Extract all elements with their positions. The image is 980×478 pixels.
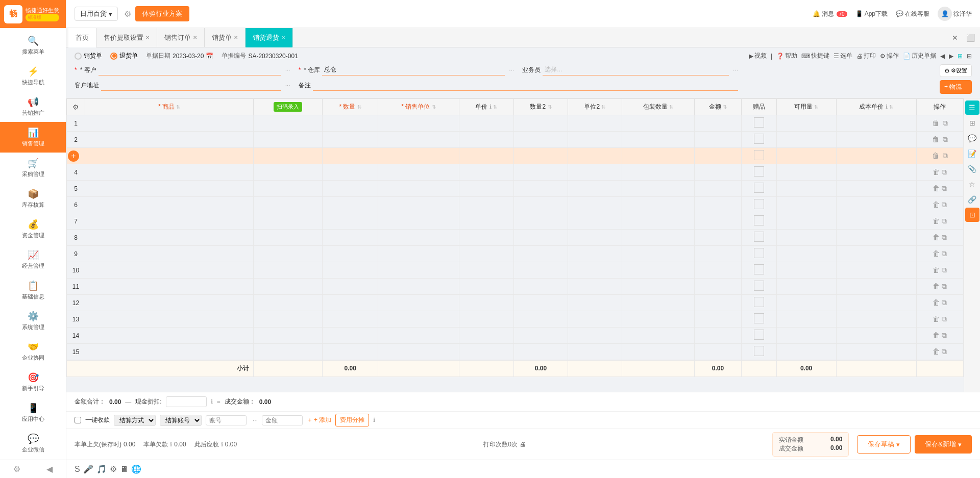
remark-input[interactable]	[313, 80, 738, 91]
row-copy-btn[interactable]: ⧉	[941, 346, 948, 357]
sidebar-item-appstore[interactable]: 📱 应用中心	[0, 397, 66, 428]
row-goods[interactable]	[85, 115, 254, 132]
goods-sort-icon[interactable]: ⇅	[176, 104, 180, 110]
row-delete-btn[interactable]: 🗑	[932, 183, 941, 193]
table-gear-icon[interactable]: ⚙	[72, 103, 79, 111]
row-delete-btn[interactable]: 🗑	[931, 150, 940, 161]
row-delete-btn[interactable]: 🗑	[931, 118, 940, 128]
row-copy-btn[interactable]: ⧉	[941, 199, 948, 210]
ime-icon-setting[interactable]: ⚙	[110, 464, 117, 474]
summary-select[interactable]: 结算账号	[160, 415, 202, 426]
row-delete-btn[interactable]: 🗑	[932, 167, 941, 177]
video-btn[interactable]: ▶ 视频	[749, 52, 767, 60]
right-icon-qr[interactable]: ⊡	[965, 208, 979, 222]
right-icon-grid[interactable]: ⊞	[965, 116, 979, 130]
gift-checkbox[interactable]	[754, 150, 764, 160]
row-copy-btn[interactable]: ⧉	[942, 134, 949, 145]
qty2-sort-icon[interactable]: ⇅	[548, 104, 552, 110]
industry-selector[interactable]: 日用百货 ▾	[75, 7, 118, 21]
tab-sales-order[interactable]: 销售订单 ✕	[157, 28, 205, 47]
unit2-sort-icon[interactable]: ⇅	[601, 104, 605, 110]
tab-sales-delivery[interactable]: 销货单 ✕	[205, 28, 246, 47]
gift-checkbox[interactable]	[754, 183, 764, 193]
right-icon-attach[interactable]: 📎	[965, 162, 979, 176]
sidebar-collapse-btn[interactable]: ◀	[46, 464, 53, 474]
gift-checkbox[interactable]	[754, 330, 764, 340]
right-icon-note[interactable]: 📝	[965, 146, 979, 161]
row-copy-btn[interactable]: ⧉	[941, 216, 948, 227]
right-icon-link[interactable]: 🔗	[965, 192, 979, 207]
tabbar-fullscreen-btn[interactable]: ⬜	[963, 33, 978, 43]
next-doc-btn[interactable]: ▶	[949, 53, 953, 60]
help-btn[interactable]: ❓ 帮助	[776, 52, 797, 60]
ime-icon-s[interactable]: S	[75, 465, 80, 474]
packqty-sort-icon[interactable]: ⇅	[669, 104, 673, 110]
settlement-select[interactable]: 结算方式	[114, 415, 156, 426]
price-sort-icon[interactable]: ⇅	[493, 104, 497, 110]
tab-sales-return[interactable]: 销货退货 ✕	[246, 28, 293, 47]
gift-checkbox[interactable]	[754, 232, 764, 242]
shortcut-keys-btn[interactable]: ⌨ 快捷键	[801, 52, 829, 60]
row-unit2[interactable]	[568, 115, 622, 132]
row-delete-btn[interactable]: 🗑	[931, 134, 940, 144]
select-doc-btn[interactable]: ☰ 选单	[834, 52, 852, 60]
row-copy-btn[interactable]: ⧉	[941, 297, 948, 308]
row-copy-btn[interactable]: ⧉	[941, 265, 948, 275]
save-draft-btn[interactable]: 保存草稿 ▾	[857, 435, 911, 454]
row-delete-btn[interactable]: 🗑	[932, 297, 941, 308]
gift-checkbox[interactable]	[754, 264, 764, 274]
row-copy-btn[interactable]: ⧉	[941, 167, 948, 178]
gift-checkbox[interactable]	[754, 248, 764, 258]
qty-sort-icon[interactable]: ⇅	[357, 104, 361, 110]
row-qty2[interactable]	[514, 115, 568, 132]
salesperson-dots[interactable]: ···	[733, 66, 738, 73]
doc-date-value[interactable]: 2023-03-20	[173, 53, 204, 60]
row-qty[interactable]	[323, 115, 378, 132]
gift-checkbox[interactable]	[754, 297, 764, 307]
settings-btn[interactable]: ⚙ ⚙设置	[940, 64, 972, 77]
sidebar-item-inventory[interactable]: 📦 库存核算	[0, 183, 66, 214]
row-delete-btn[interactable]: 🗑	[932, 330, 941, 340]
gift-checkbox[interactable]	[754, 117, 764, 128]
salesperson-input[interactable]: 选择...	[543, 64, 729, 76]
row-copy-btn[interactable]: ⧉	[942, 150, 949, 161]
sidebar-item-sales[interactable]: 📊 销售管理	[0, 122, 66, 153]
sidebar-item-shortcut[interactable]: ⚡ 快捷导航	[0, 61, 66, 91]
logistics-btn[interactable]: + 物流	[940, 80, 972, 94]
grid-view-btn[interactable]: ⊞	[958, 53, 963, 60]
user-profile[interactable]: 👤 徐泽华	[938, 7, 972, 21]
address-input[interactable]	[101, 80, 281, 91]
add-row-button[interactable]: +	[68, 150, 79, 162]
available-sort-icon[interactable]: ⇅	[814, 104, 818, 110]
save-new-btn[interactable]: 保存&新增 ▾	[915, 435, 972, 454]
row-copy-btn[interactable]: ⧉	[941, 330, 948, 341]
radio-return[interactable]: 退货单	[110, 52, 138, 60]
row-delete-btn[interactable]: 🗑	[932, 216, 941, 226]
history-btn[interactable]: 📄 历史单据	[903, 52, 936, 60]
ime-icon-monitor[interactable]: 🖥	[120, 465, 128, 474]
row-copy-btn[interactable]: ⧉	[941, 314, 948, 324]
gift-checkbox[interactable]	[754, 313, 764, 323]
ime-icon-mic[interactable]: 🎤	[83, 464, 93, 474]
warehouse-input[interactable]: 总仓	[322, 64, 505, 76]
sidebar-item-wechat[interactable]: 💬 企业微信	[0, 428, 66, 459]
row-copy-btn[interactable]: ⧉	[941, 183, 948, 194]
sidebar-item-marketing[interactable]: 📢 营销推广	[0, 91, 66, 122]
row-copy-btn[interactable]: ⧉	[941, 248, 948, 259]
scan-button[interactable]: 扫码录入	[274, 102, 302, 112]
row-unit[interactable]	[378, 115, 459, 132]
tab-home[interactable]: 首页	[68, 28, 96, 47]
tab-delivery-close-icon[interactable]: ✕	[234, 35, 238, 40]
sidebar-item-purchase[interactable]: 🛒 采购管理	[0, 153, 66, 183]
row-delete-btn[interactable]: 🗑	[932, 248, 941, 259]
right-icon-form[interactable]: ☰	[965, 100, 979, 115]
service-btn[interactable]: 💬 在线客服	[896, 10, 929, 18]
sidebar-item-basics[interactable]: 📋 基础信息	[0, 275, 66, 306]
row-copy-btn[interactable]: ⧉	[941, 281, 948, 292]
row-delete-btn[interactable]: 🗑	[932, 232, 941, 242]
customer-input[interactable]	[99, 64, 281, 76]
doc-no-value[interactable]: SA-20230320-001	[248, 53, 298, 60]
list-view-btn[interactable]: ⊟	[967, 53, 972, 60]
gift-checkbox[interactable]	[754, 134, 764, 144]
gift-checkbox[interactable]	[754, 281, 764, 291]
